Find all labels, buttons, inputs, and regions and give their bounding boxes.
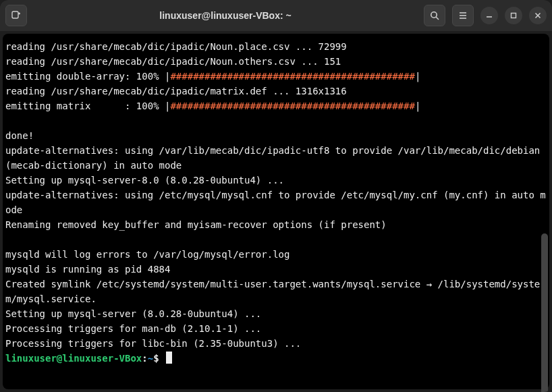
titlebar-left [5,5,27,26]
scrollbar-thumb[interactable] [541,233,548,392]
terminal-view[interactable]: reading /usr/share/mecab/dic/ipadic/Noun… [3,34,549,389]
output-line: mysqld will log errors to /var/log/mysql… [5,249,289,260]
output-line: Renaming removed key_buffer and myisam-r… [5,219,387,230]
output-line: Processing triggers for libc-bin (2.35-0… [5,338,301,349]
cursor [166,352,172,364]
menu-button[interactable] [452,5,474,26]
minimize-icon [485,11,493,20]
progress-bar-fill: ########################################… [170,71,414,82]
output-line: emitting matrix : 100% | [5,101,170,111]
output-line: reading /usr/share/mecab/dic/ipadic/Noun… [5,41,347,52]
search-button[interactable] [424,5,445,26]
maximize-icon [509,11,518,20]
prompt-symbol: $ [153,353,159,364]
output-line: done! [5,130,34,141]
new-tab-button[interactable] [5,5,27,26]
hamburger-icon [458,10,468,21]
svg-line-2 [436,17,439,20]
minimize-button[interactable] [480,7,498,24]
svg-point-1 [431,12,437,18]
prompt-separator: : [142,353,147,364]
close-button[interactable] [529,7,547,24]
output-line: update-alternatives: using /var/lib/meca… [5,145,546,171]
prompt-user-host: linuxuser@linuxuser-VBox [5,353,142,364]
prompt-path: ~ [148,353,153,364]
output-line: Created symlink /etc/systemd/system/mult… [5,279,540,304]
svg-rect-7 [512,13,516,18]
titlebar-right [424,5,547,26]
output-line: | [415,71,426,82]
output-line: reading /usr/share/mecab/dic/ipadic/matr… [5,86,347,96]
close-icon [534,11,542,20]
output-line: Setting up mysql-server-8.0 (8.0.28-0ubu… [5,175,284,186]
output-line: emitting double-array: 100% | [5,71,170,82]
svg-rect-0 [12,11,18,18]
output-line: Processing triggers for man-db (2.10.1-1… [5,323,261,334]
maximize-button[interactable] [505,7,522,24]
new-tab-icon [11,10,22,21]
output-line: update-alternatives: using /etc/mysql/my… [5,190,546,215]
search-icon [429,10,440,21]
progress-bar-fill: ########################################… [170,101,414,111]
terminal-container: reading /usr/share/mecab/dic/ipadic/Noun… [0,31,552,392]
output-line: | [415,101,426,111]
window-title: linuxuser@linuxuser-VBox: ~ [31,10,420,21]
output-line: reading /usr/share/mecab/dic/ipadic/Noun… [5,56,341,67]
window-titlebar: linuxuser@linuxuser-VBox: ~ [0,0,552,31]
output-line: mysqld is running as pid 4884 [5,264,170,275]
output-line: Setting up mysql-server (8.0.28-0ubuntu4… [5,308,261,319]
